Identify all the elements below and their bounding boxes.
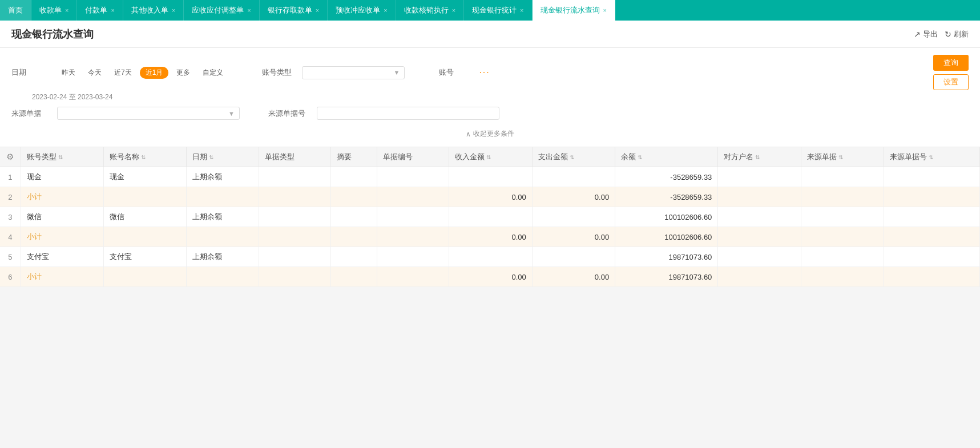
sort-icon: ⇅ (638, 154, 642, 160)
cell-source-doc-no (884, 227, 980, 247)
cell-counterparty (718, 167, 801, 187)
cell-source-doc-no (884, 207, 980, 227)
cell-account-type: 小计 (21, 267, 103, 287)
data-table: ⚙ 账号类型⇅ 账号名称⇅ 日期⇅ 单据类型 摘要 单据编号 收入金额⇅ (0, 147, 980, 287)
close-icon[interactable]: × (520, 7, 523, 14)
export-icon: ↗ (914, 30, 921, 39)
date-btn-1month[interactable]: 近1月 (140, 67, 169, 79)
close-icon[interactable]: × (316, 7, 319, 14)
account-type-select[interactable]: ▼ (302, 66, 405, 79)
cell-counterparty (718, 227, 801, 247)
date-range-display: 2023-02-24 至 2023-03-24 (32, 93, 112, 101)
source-doc-label: 来源单据 (11, 108, 46, 119)
cell-doc-no (377, 227, 449, 247)
cell-source-doc-no (884, 267, 980, 287)
cell-counterparty (718, 187, 801, 207)
col-expense[interactable]: 支出金额⇅ (532, 147, 615, 167)
cell-doc-type (259, 267, 330, 287)
nav-collection-exec[interactable]: 收款核销执行 × (396, 0, 464, 21)
cell-expense (532, 247, 615, 267)
cell-balance: -3528659.33 (615, 167, 718, 187)
close-icon[interactable]: × (384, 7, 387, 14)
cell-source-doc-no (884, 167, 980, 187)
nav-cash-bank-stats[interactable]: 现金银行统计 × (464, 0, 532, 21)
nav-home[interactable]: 首页 (0, 0, 31, 21)
nav-receipts[interactable]: 收款单 × (31, 0, 77, 21)
cell-account-type: 小计 (21, 187, 103, 207)
date-label: 日期 (11, 67, 46, 78)
date-btn-7days[interactable]: 近7天 (110, 67, 136, 79)
nav-cash-bank-flow[interactable]: 现金银行流水查询 × (533, 0, 615, 21)
source-doc-select[interactable]: ▼ (57, 107, 240, 120)
date-btn-more[interactable]: 更多 (172, 67, 195, 79)
cell-income (449, 247, 532, 267)
close-icon[interactable]: × (247, 7, 251, 14)
cell-date (187, 227, 259, 247)
cell-date: 上期余额 (187, 247, 259, 267)
chevron-down-icon: ▼ (393, 69, 400, 76)
sort-icon: ⇅ (755, 154, 760, 160)
table-row: 2 小计 0.00 0.00 -3528659.33 (0, 187, 980, 207)
cell-date: 上期余额 (187, 207, 259, 227)
col-settings[interactable]: ⚙ (0, 147, 21, 167)
sort-icon: ⇅ (838, 154, 843, 160)
settings-button[interactable]: 设置 (933, 74, 969, 90)
cell-expense: 0.00 (532, 267, 615, 287)
page-header: 现金银行流水查询 ↗ 导出 ↻ 刷新 (0, 21, 980, 48)
cell-account-type: 现金 (21, 167, 103, 187)
table-row: 1 现金 现金 上期余额 -3528659.33 (0, 167, 980, 187)
nav-adjustment[interactable]: 应收应付调整单 × (184, 0, 259, 21)
cell-doc-no (377, 247, 449, 267)
cell-expense (532, 207, 615, 227)
col-account-name[interactable]: 账号名称⇅ (103, 147, 186, 167)
query-button[interactable]: 查询 (933, 55, 969, 71)
col-date[interactable]: 日期⇅ (187, 147, 259, 167)
account-type-label: 账号类型 (262, 67, 296, 78)
cell-doc-type (259, 207, 330, 227)
nav-bank-deposit[interactable]: 银行存取款单 × (260, 0, 328, 21)
date-btn-today[interactable]: 今天 (83, 67, 106, 79)
close-icon[interactable]: × (172, 7, 175, 14)
col-income[interactable]: 收入金额⇅ (449, 147, 532, 167)
source-doc-no-input[interactable] (317, 107, 499, 120)
col-source-doc-no[interactable]: 来源单据号⇅ (884, 147, 980, 167)
cell-income (449, 167, 532, 187)
subtotal-label: 小计 (27, 272, 42, 281)
cell-balance: -3528659.33 (615, 187, 718, 207)
col-balance[interactable]: 余额⇅ (615, 147, 718, 167)
export-button[interactable]: ↗ 导出 (914, 29, 938, 39)
settings-gear-icon[interactable]: ⚙ (6, 152, 14, 162)
cell-income: 0.00 (449, 267, 532, 287)
header-actions: ↗ 导出 ↻ 刷新 (914, 29, 969, 39)
col-source-doc[interactable]: 来源单据⇅ (801, 147, 884, 167)
cell-balance: 19871073.60 (615, 247, 718, 267)
nav-advance[interactable]: 预收冲应收单 × (328, 0, 396, 21)
cell-account-type: 支付宝 (21, 247, 103, 267)
nav-other-income[interactable]: 其他收入单 × (123, 0, 184, 21)
close-icon[interactable]: × (603, 7, 607, 14)
cell-doc-type (259, 167, 330, 187)
date-btn-yesterday[interactable]: 昨天 (57, 67, 80, 79)
cell-source-doc (801, 247, 884, 267)
col-account-type[interactable]: 账号类型⇅ (21, 147, 103, 167)
cell-doc-type (259, 247, 330, 267)
nav-payments[interactable]: 付款单 × (77, 0, 123, 21)
close-icon[interactable]: × (65, 7, 68, 14)
cell-balance: 100102606.60 (615, 227, 718, 247)
cell-counterparty (718, 207, 801, 227)
page-title: 现金银行流水查询 (11, 27, 94, 41)
collapse-bar[interactable]: ∧ 收起更多条件 (11, 126, 969, 140)
close-icon[interactable]: × (452, 7, 455, 14)
cell-doc-type (259, 187, 330, 207)
refresh-button[interactable]: ↻ 刷新 (945, 29, 969, 39)
sort-icon: ⇅ (570, 154, 574, 160)
account-ellipsis-button[interactable]: ··· (479, 67, 490, 78)
cell-doc-no (377, 267, 449, 287)
sort-icon: ⇅ (58, 154, 63, 160)
cell-counterparty (718, 267, 801, 287)
close-icon[interactable]: × (111, 7, 114, 14)
col-counterparty[interactable]: 对方户名⇅ (718, 147, 801, 167)
filter-row-2: 来源单据 ▼ 来源单据号 (11, 107, 969, 120)
date-btn-custom[interactable]: 自定义 (198, 67, 228, 79)
cell-account-name: 微信 (103, 207, 186, 227)
